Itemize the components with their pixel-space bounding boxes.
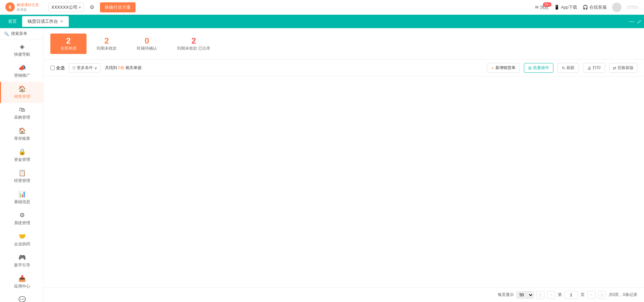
select-all-checkbox[interactable]: 全选 — [50, 65, 65, 71]
service-icon: 🎧 — [583, 5, 588, 10]
logo-text: 畅捷通好生意 — [17, 2, 39, 7]
sidebar-search-label: 搜索菜单 — [11, 31, 27, 37]
sidebar-item-finance[interactable]: 🔒 资金管理 — [0, 145, 43, 166]
settings-icon[interactable]: ⚙ — [87, 2, 97, 13]
message-action[interactable]: ✉ 消息 99+ — [535, 4, 549, 10]
tab-bar: 首页 钱货日清工作台 ✕ — ⤢ — [0, 15, 644, 28]
logo-icon: 6 — [5, 2, 15, 12]
tab-minimize-icon[interactable]: — — [629, 18, 634, 25]
sidebar-item-label: 系统管理 — [14, 220, 30, 226]
message-badge: 99+ — [543, 2, 551, 7]
stat-card-unshipped[interactable]: 2 到期未收款 已出库 — [167, 34, 220, 54]
last-page-btn[interactable]: ⟩⟩ — [598, 291, 606, 299]
company-selector[interactable]: XXXXXX公司 ▾ — [48, 3, 84, 12]
stat-num-overdue: 2 — [104, 36, 109, 46]
marketing-icon: 📣 — [18, 64, 26, 71]
main-content: 2 全部单据 2 到期未收款 0 旺辅待确认 2 到期未收款 已出库 全选 — [44, 28, 644, 302]
next-page-btn[interactable]: ＞ — [587, 291, 595, 299]
stat-label-unshipped: 到期未收款 已出库 — [177, 46, 210, 51]
search-icon: 🔍 — [4, 32, 9, 36]
app-download-action[interactable]: 📱 App下载 — [554, 4, 577, 10]
sidebar-item-label: 采购管理 — [14, 115, 30, 120]
sidebar-item-guide[interactable]: 🎮 新手引导 — [0, 250, 43, 271]
logo-sub: 标准版 — [17, 7, 39, 12]
avatar[interactable] — [612, 3, 622, 12]
first-page-btn[interactable]: ⟨⟨ — [536, 291, 544, 299]
sidebar-search[interactable]: 🔍 搜索菜单 — [0, 28, 43, 40]
batch-icon: ⊞ — [528, 66, 532, 70]
download-icon: 📱 — [554, 5, 559, 10]
basic-icon: 📊 — [18, 190, 26, 198]
sidebar-item-basic[interactable]: 📊 基础信息 — [0, 187, 43, 208]
experience-btn[interactable]: 体验行业方案 — [100, 2, 136, 12]
quick-nav-icon: ◈ — [20, 43, 24, 50]
avatar-name: OfTEn — [627, 5, 639, 10]
purchase-icon: 🛍 — [19, 106, 25, 113]
toolbar: 全选 ▽ 更多条件 ∨ 共找到 0条 相关单据 + 新增销货单 — [44, 60, 644, 76]
sidebar-item-inventory[interactable]: 🏠 库存核算 — [0, 124, 43, 145]
print-label: 打印 — [593, 65, 601, 71]
app-download-label: App下载 — [561, 4, 577, 10]
batch-label: 批量操作 — [533, 65, 549, 71]
page-input[interactable] — [565, 291, 578, 299]
total-label: 共0页，0条记录 — [609, 292, 637, 298]
tab-work[interactable]: 钱货日清工作台 ✕ — [22, 16, 69, 27]
enterprise-icon: 🤝 — [18, 233, 26, 240]
sidebar-item-purchase[interactable]: 🛍 采购管理 — [0, 103, 43, 124]
print-btn[interactable]: 🖨 打印 — [583, 63, 605, 73]
operation-icon: 📋 — [18, 169, 26, 177]
refresh-label: 刷新 — [567, 65, 575, 71]
switch-label: 切换新版 — [618, 65, 634, 71]
select-all-input[interactable] — [50, 66, 55, 70]
sidebar-item-system[interactable]: ⚙ 系统管理 — [0, 208, 43, 229]
toolbar-right: + 新增销货单 ⊞ 批量操作 ↻ 刷新 🖨 打印 ⇄ 切换新版 — [487, 63, 637, 73]
stat-card-overdue[interactable]: 2 到期未收款 — [87, 34, 127, 54]
chevron-down-icon: ▾ — [79, 5, 81, 10]
sidebar-item-marketing[interactable]: 📣 营销推广 — [0, 61, 43, 82]
sidebar-item-label: 销售管理 — [14, 94, 30, 100]
tab-bar-actions: — ⤢ — [629, 18, 641, 25]
online-service-action[interactable]: 🎧 在线客服 — [583, 4, 607, 10]
new-sales-btn[interactable]: + 新增销货单 — [487, 63, 520, 73]
stats-bar: 2 全部单据 2 到期未收款 0 旺辅待确认 2 到期未收款 已出库 — [44, 28, 644, 60]
switch-icon: ⇄ — [613, 66, 616, 70]
sidebar-item-label: 新手引导 — [14, 262, 30, 268]
sidebar-item-label: 库存核算 — [14, 136, 30, 141]
stat-num-unshipped: 2 — [192, 36, 196, 46]
stat-card-all[interactable]: 2 全部单据 — [50, 34, 87, 54]
sidebar-item-sales[interactable]: 🏠 销售管理 — [0, 82, 43, 103]
sidebar-item-label: 应用中心 — [14, 284, 30, 289]
print-icon: 🖨 — [587, 66, 591, 70]
system-icon: ⚙ — [19, 212, 25, 219]
sidebar-item-wechat[interactable]: 💬 企业微信 — [0, 293, 43, 302]
sidebar-item-label: 资金管理 — [14, 157, 30, 163]
sidebar-item-quick-nav[interactable]: ◈ 快捷导航 — [0, 40, 43, 61]
sidebar-item-label: 企业协同 — [14, 241, 30, 247]
stat-num-wangwang: 0 — [145, 36, 149, 46]
filter-btn[interactable]: ▽ 更多条件 ∨ — [69, 63, 101, 72]
per-page-select[interactable]: 50 100 200 — [517, 291, 534, 299]
refresh-btn[interactable]: ↻ 刷新 — [557, 63, 579, 73]
refresh-icon: ↻ — [562, 66, 565, 70]
sidebar-item-operation[interactable]: 📋 经营管理 — [0, 166, 43, 187]
sidebar-item-appstore[interactable]: 📥 应用中心 — [0, 271, 43, 293]
prev-page-btn[interactable]: ＜ — [547, 291, 555, 299]
select-all-label: 全选 — [56, 65, 65, 71]
guide-icon: 🎮 — [18, 254, 26, 261]
stat-label-overdue: 到期未收款 — [97, 46, 117, 51]
tab-work-label: 钱货日清工作台 — [28, 18, 58, 24]
header-right: ✉ 消息 99+ 📱 App下载 🎧 在线客服 OfTEn — [535, 3, 639, 12]
tab-expand-icon[interactable]: ⤢ — [637, 18, 641, 25]
switch-version-btn[interactable]: ⇄ 切换新版 — [609, 63, 637, 73]
tab-home[interactable]: 首页 — [3, 16, 22, 27]
sidebar-item-enterprise[interactable]: 🤝 企业协同 — [0, 229, 43, 250]
sales-icon: 🏠 — [18, 85, 26, 93]
filter-chevron-icon: ∨ — [94, 66, 97, 70]
finance-icon: 🔒 — [18, 148, 26, 156]
new-sales-label: 新增销货单 — [495, 65, 516, 71]
stat-card-wangwang[interactable]: 0 旺辅待确认 — [127, 34, 167, 54]
sidebar-item-label: 基础信息 — [14, 199, 30, 205]
tab-close-icon[interactable]: ✕ — [60, 19, 63, 24]
batch-btn[interactable]: ⊞ 批量操作 — [524, 63, 553, 73]
sidebar-item-label: 营销推广 — [14, 73, 30, 78]
